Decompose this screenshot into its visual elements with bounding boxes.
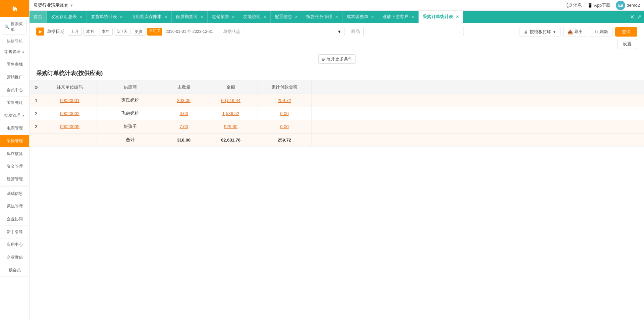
row1-qty: 303.00 [164,94,204,107]
tab-function-desc-close[interactable]: ✕ [263,15,266,19]
row2-qty-link[interactable]: 6.00 [179,111,188,116]
row2-amount-link[interactable]: 1,586.52 [222,111,239,116]
tab-invite-downstream-close[interactable]: ✕ [411,15,414,19]
shortcut-this-month[interactable]: 本月 [83,28,97,36]
tab-available-stock-close[interactable]: ✕ [164,15,167,19]
tab-config-info[interactable]: 配置信息 ✕ [271,11,302,23]
tab-expiry-query-close[interactable]: ✕ [200,15,203,19]
sidebar-item-wholesale[interactable]: 批发管理 ▼ [0,109,29,122]
sidebar-item-vip[interactable]: 畅会员 [0,264,29,277]
expand-more-button[interactable]: ⊕ 展开更多条件 [318,54,356,64]
tab-expiry-query[interactable]: 保质期查询 ✕ [172,11,208,23]
row2-spacer [311,107,644,120]
sidebar-item-finance[interactable]: 资金管理 [0,160,29,173]
row1-code[interactable]: 00020001 [43,94,97,107]
table-header-spacer [311,81,644,94]
filter-toggle-button[interactable]: ▶ [36,28,44,36]
row3-paid-link[interactable]: 0.00 [280,124,288,129]
tab-home[interactable]: 首页 [30,11,47,23]
sidebar-item-enterprise-wechat[interactable]: 企业微信 [0,251,29,264]
sidebar-item-marketing[interactable]: 营销推广 [0,71,29,84]
tab-receive-summary-close[interactable]: ✕ [79,15,83,19]
tab-purchase-order-summary[interactable]: 采购订单统计表 ✕ [419,11,463,23]
table-row: 1 00020001 惠氏奶粉 303.00 60,519.44 259.72 [30,94,644,107]
shortcut-nav-label: 快捷导航 [0,37,29,46]
row3-qty-link[interactable]: 7.00 [179,124,188,129]
tab-available-stock-label: 可用量库存账本 [131,14,162,20]
export-button[interactable]: 📤 导出 [563,27,587,37]
row1-amount: 60,519.44 [204,94,258,107]
search-menu-button[interactable]: 🔍 搜索菜单 [3,19,26,35]
row1-code-link[interactable]: 00020001 [60,98,79,103]
sidebar-item-purchase[interactable]: 采购管理 [0,135,29,148]
query-button[interactable]: 查询 [615,27,637,37]
shortcut-more[interactable]: 更多 [132,28,146,36]
tab-cost-adjust[interactable]: 成本调整单 ✕ [342,11,378,23]
tab-available-stock[interactable]: 可用量库存账本 ✕ [127,11,172,23]
expand-window-button[interactable]: ⤢ [637,14,641,20]
shortcut-this-year[interactable]: 本年 [99,28,113,36]
row1-amount-link[interactable]: 60,519.44 [221,98,240,103]
close-all-tabs-button[interactable]: ✕ [630,14,634,20]
message-button[interactable]: 💬 消息 [567,2,582,8]
phone-icon: 📱 [587,3,593,8]
row2-code-link[interactable]: 00020002 [60,111,79,116]
tab-picking-task[interactable]: 拣货任务管理 ✕ [302,11,342,23]
gear-icon[interactable]: ⚙ [34,85,38,90]
date-to: 2023-12-31 [193,29,213,34]
app-download-button[interactable]: 📱 App下载 [587,2,610,8]
user-profile[interactable]: Ea demo2 [616,1,640,10]
sidebar-marketing-label: 营销推广 [7,74,23,80]
tab-purchase-order-summary-label: 采购订单统计表 [423,14,453,20]
tab-purchase-order-summary-close[interactable]: ✕ [456,15,459,19]
settings-button[interactable]: 设置 [617,39,637,49]
row2-code[interactable]: 00020002 [43,107,97,120]
app-logo[interactable]: 畅 [0,0,29,17]
date-from: 2016-01-01 [166,29,186,34]
tab-picking-task-close[interactable]: ✕ [335,15,338,19]
goods-filter-more[interactable]: ··· [457,29,461,34]
tab-picking-task-label: 拣货任务管理 [306,14,332,20]
sidebar-item-basic-info[interactable]: 基础信息 [0,188,29,200]
table-header-code: 往来单位编码 [43,81,97,94]
shortcut-last-month[interactable]: 上月 [68,28,82,36]
tab-config-info-close[interactable]: ✕ [295,15,298,19]
goods-filter-input[interactable]: ··· [363,27,464,36]
tab-overstock-warning-close[interactable]: ✕ [232,15,235,19]
sidebar-item-members[interactable]: 会员中心 [0,84,29,97]
sidebar-item-new-guide[interactable]: 新手引导 [0,226,29,238]
sidebar-item-retail-stats[interactable]: 零售统计 [0,97,29,109]
tab-function-desc[interactable]: 功能说明 ✕ [239,11,271,23]
sidebar-item-app-center[interactable]: 应用中心 [0,238,29,251]
sidebar-item-enterprise[interactable]: 企业协同 [0,213,29,226]
sidebar-members-label: 会员中心 [7,87,23,93]
row3-code-link[interactable]: 00020005 [60,124,79,129]
sidebar-item-inventory[interactable]: 库存核算 [0,148,29,160]
row2-paid-link[interactable]: 0.00 [280,111,288,116]
sidebar: 畅 🔍 搜索菜单 快捷导航 零售管理 ▲ 零售商城 营销推广 会员中心 零售统计… [0,0,30,321]
refresh-button[interactable]: ↻ 刷新 [590,27,612,37]
tab-order-summary-close[interactable]: ✕ [120,15,123,19]
row1-paid-link[interactable]: 259.72 [278,98,291,103]
tab-cost-adjust-close[interactable]: ✕ [371,15,374,19]
tab-invite-downstream[interactable]: 邀请下游客户 ✕ [378,11,419,23]
row3-seq: 3 [30,120,43,133]
tab-overstock-warning[interactable]: 超储预警 ✕ [208,11,239,23]
sidebar-item-ecommerce[interactable]: 电商管理 [0,122,29,135]
workspace-selector[interactable]: 母婴行业演示账套 ▼ [34,2,73,8]
row1-qty-link[interactable]: 303.00 [177,98,191,103]
sidebar-item-system[interactable]: 系统管理 [0,200,29,213]
status-filter-select[interactable]: ▼ [244,27,344,36]
tab-order-summary[interactable]: 要货单统计表 ✕ [87,11,127,23]
shortcut-7days[interactable]: 近7天 [114,28,130,36]
sidebar-system-label: 系统管理 [7,204,23,209]
sidebar-item-retail[interactable]: 零售管理 ▲ [0,46,29,58]
row3-amount-link[interactable]: 525.80 [224,124,237,129]
sidebar-item-operations[interactable]: 经营管理 [0,173,29,186]
row3-code[interactable]: 00020005 [43,120,97,133]
print-button[interactable]: 🖨 按模板打印 ▼ [520,27,560,37]
sidebar-item-retail-shop[interactable]: 零售商城 [0,58,29,71]
table-row: 3 00020005 好孩子 7.00 525.80 0.00 [30,120,644,133]
tab-receive-summary[interactable]: 收发存汇总表 ✕ [47,11,87,23]
table-header-settings[interactable]: ⚙ [30,81,43,94]
